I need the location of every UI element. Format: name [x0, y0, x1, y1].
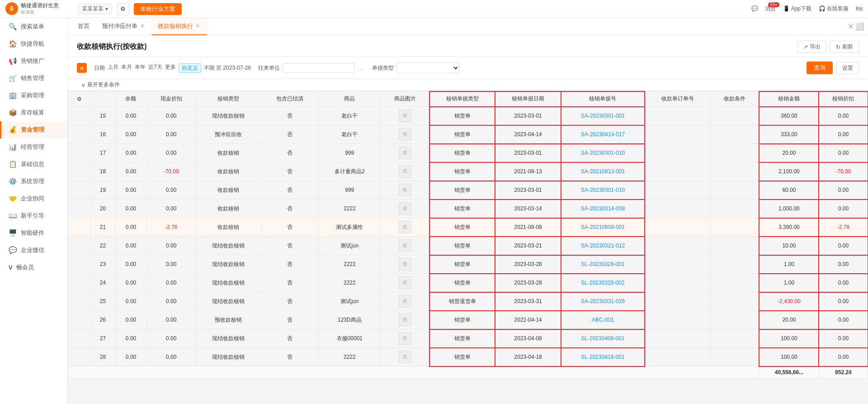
sidebar-label-marketing: 营销推广	[21, 57, 44, 65]
table-row: 270.000.00现结收款核销否衣服00001图销货单2023-04-08SL…	[68, 329, 868, 348]
th-verify-type: 核销类型	[196, 91, 261, 107]
date-this-month[interactable]: 本月	[121, 63, 132, 73]
verify-doc-no-link[interactable]: SA-20230414-017	[581, 131, 625, 138]
messages-badge: 99+	[768, 2, 779, 7]
sidebar-label-member: 畅会员	[16, 263, 34, 271]
voucher-type-filter-group: 单据类型	[372, 62, 460, 73]
verify-doc-no-link[interactable]: SA-20230321-012	[581, 242, 625, 249]
user-menu[interactable]: Rit	[856, 6, 863, 12]
verify-doc-no-link[interactable]: SA-20230301-001	[581, 113, 625, 119]
data-table: ⚙ 余额 现金折扣 核销类型 包含已结清 商品 商品图片 核销单据类型 核销单据…	[68, 91, 868, 379]
filter-dots: ...	[358, 65, 365, 71]
tab-prepay-close[interactable]: ✕	[139, 22, 145, 30]
sidebar-item-system[interactable]: ⚙️ 系统管理	[0, 173, 67, 190]
table-row: 210.00-2.76收款核销否测试多属性图销货单2021-08-08SA-20…	[68, 218, 868, 237]
app-logo-icon: 6	[5, 2, 18, 15]
sidebar-item-wechat[interactable]: 💬 企业微信	[0, 242, 67, 259]
user-name: Rit	[856, 6, 863, 12]
verify-doc-no-link[interactable]: SL-20230328-001	[581, 261, 624, 267]
verify-doc-no-link[interactable]: SL-20230328-002	[581, 280, 624, 286]
page-title: 收款核销执行(按收款)	[77, 42, 147, 52]
settings-icon[interactable]: ⚙	[117, 3, 129, 15]
tab-receipt-verify-close[interactable]: ✕	[195, 22, 201, 30]
tab-receipt-verify[interactable]: 收款核销执行 ✕	[151, 18, 207, 35]
date-last-month[interactable]: 上月	[108, 63, 118, 73]
date-last-7[interactable]: 近7天	[148, 63, 162, 73]
filter-toggle-btn[interactable]: »	[77, 63, 87, 73]
export-icon: ↗	[803, 44, 808, 50]
box-icon: 📦	[9, 109, 17, 117]
sidebar-label-wechat: 企业微信	[21, 246, 44, 254]
expand-more-btn[interactable]: ∨ 展开更多条件	[77, 79, 859, 90]
verify-doc-no-link[interactable]: SA-20230314-008	[581, 205, 625, 212]
monitor-icon: 🖥️	[9, 229, 17, 237]
verify-doc-no-link[interactable]: SA-20230301-010	[581, 187, 625, 193]
table-row: 160.000.00预冲应应收否老白干图销货单2023-04-14SA-2023…	[68, 125, 868, 144]
messages-btn[interactable]: 💬 99+ 消息	[751, 5, 776, 13]
th-seq	[91, 91, 115, 107]
tab-home[interactable]: 首页	[71, 18, 96, 35]
table-row: 260.000.00预收款核销否123D商品图销货单2022-04-14ABC-…	[68, 311, 868, 329]
download-icon: 📱	[783, 5, 790, 12]
filter-settings-btn[interactable]: 设置	[836, 62, 859, 74]
app-download-btn[interactable]: 📱 App下载	[783, 5, 811, 13]
chart-icon: 📊	[9, 143, 17, 151]
table-row: 230.000.00现结收款核销否2222图销货单2023-03-28SL-20…	[68, 255, 868, 274]
close-window-icon[interactable]: ✕	[848, 22, 854, 31]
company-selector[interactable]: 某某某某 ▾	[78, 4, 112, 14]
query-btn[interactable]: 查询	[807, 62, 833, 74]
date-custom[interactable]: 自定义	[179, 63, 201, 73]
sidebar-item-basic[interactable]: 📋 基础信息	[0, 156, 67, 173]
sidebar-item-operations[interactable]: 📊 经营管理	[0, 138, 67, 156]
table-row: 180.00-70.00收款核销否多计量商品2图销货单2021-08-13SA-…	[68, 162, 868, 181]
app-name: 畅捷通谱好生意	[21, 2, 59, 9]
company-name: 某某某某	[82, 5, 104, 13]
trial-btn[interactable]: 体验行业方案	[134, 3, 182, 15]
sidebar-item-member[interactable]: V 畅会员	[0, 259, 67, 276]
date-this-year[interactable]: 本年	[135, 63, 146, 73]
sidebar-label-guide: 新手引导	[21, 212, 44, 220]
verify-doc-no-link[interactable]: SL-20230418-001	[581, 354, 624, 360]
verify-doc-no-link[interactable]: ABC-001	[592, 317, 614, 323]
verify-doc-no-link[interactable]: SA-20210808-001	[581, 224, 625, 230]
th-goods-image: 商品图片	[381, 91, 429, 107]
cart-icon: 🛒	[9, 74, 17, 82]
date-more[interactable]: 更多	[165, 63, 176, 73]
partner-input[interactable]	[283, 63, 355, 73]
expand-icon[interactable]: ⬜	[855, 22, 864, 31]
export-btn[interactable]: ↗ 导出	[797, 41, 826, 53]
sidebar-item-search[interactable]: 🔍 搜索菜单	[0, 18, 67, 35]
th-settings[interactable]: ⚙	[68, 91, 91, 107]
partner-label: 往来单位	[258, 64, 280, 72]
voucher-type-select[interactable]	[396, 62, 460, 73]
filter-bar: » 日期 上月 本月 本年 近7天 更多 自定义 不限 至 2023-07-26	[68, 57, 868, 79]
sidebar-item-hardware[interactable]: 🖥️ 智能硬件	[0, 224, 67, 242]
app-edition: 标准版	[21, 9, 59, 15]
sidebar-item-inventory[interactable]: 📦 库存核算	[0, 104, 67, 121]
chat-icon: 💬	[9, 246, 17, 254]
verify-doc-no-link[interactable]: SL-20230408-001	[581, 335, 624, 342]
sidebar-item-guide[interactable]: 📖 新手引导	[0, 207, 67, 224]
megaphone-icon: 📢	[9, 57, 17, 65]
voucher-type-label: 单据类型	[372, 64, 394, 72]
sidebar-item-marketing[interactable]: 📢 营销推广	[0, 52, 67, 70]
sidebar-item-purchase[interactable]: 🏢 采购管理	[0, 87, 67, 104]
footer-verify-discount: 952.24	[819, 366, 868, 379]
verify-doc-no-link[interactable]: SA-20230331-026	[581, 298, 625, 304]
sidebar-item-finance[interactable]: 💰 资金管理	[0, 121, 67, 138]
sidebar-item-sales[interactable]: 🛒 销售管理	[0, 70, 67, 87]
sidebar-item-quick-nav[interactable]: 🏠 快捷导航	[0, 35, 67, 52]
table-body: 150.000.00现结收款核销否老白干图销货单2023-03-01SA-202…	[68, 107, 868, 366]
sidebar-item-enterprise[interactable]: 🤝 企业协同	[0, 190, 67, 207]
verify-doc-no-link[interactable]: SA-20230301-010	[581, 150, 625, 156]
top-right: 💬 99+ 消息 📱 App下载 🎧 在线客服 Rit	[751, 5, 863, 13]
sidebar-label-sales: 销售管理	[21, 74, 44, 82]
sidebar-label-inventory: 库存核算	[21, 109, 44, 117]
tab-prepay[interactable]: 预付冲应付单 ✕	[96, 18, 151, 35]
online-service-btn[interactable]: 🎧 在线客服	[819, 5, 849, 13]
home-icon: 🏠	[9, 40, 17, 48]
refresh-btn[interactable]: ↻ 刷新	[830, 41, 859, 53]
verify-doc-no-link[interactable]: SA-20210813-001	[581, 168, 625, 175]
sidebar-label-purchase: 采购管理	[21, 91, 44, 100]
table-row: 200.000.00收款核销否2222图销货单2023-03-14SA-2023…	[68, 200, 868, 218]
